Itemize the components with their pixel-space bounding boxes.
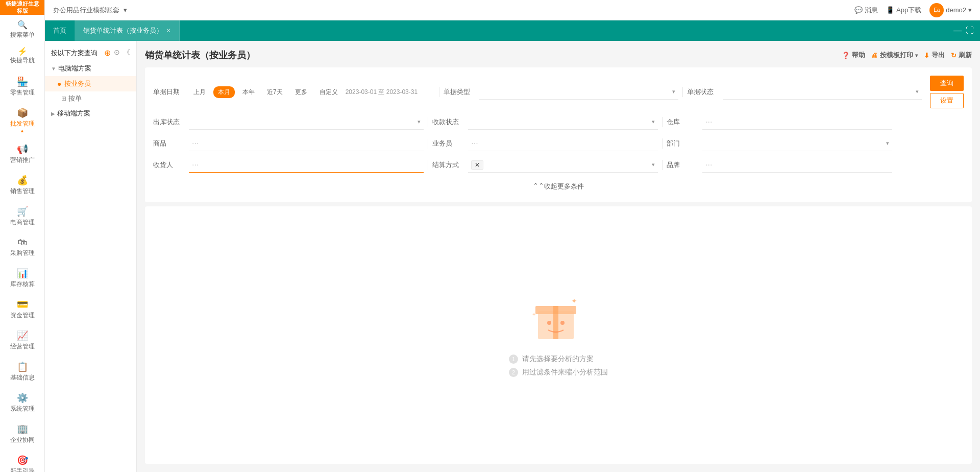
help-button[interactable]: ❓ 帮助 — [842, 51, 865, 60]
query-button[interactable]: 查询 — [930, 76, 964, 91]
date-btn-this-month[interactable]: 本月 — [213, 86, 235, 98]
sidebar-item-operations[interactable]: 📈 经营管理 — [0, 325, 44, 356]
sidebar-item-label: 营销推广 — [10, 156, 35, 164]
receiver-select[interactable]: ··· — [189, 157, 424, 173]
order-scheme-label: 按单 — [68, 94, 82, 103]
sidebar-item-marketing[interactable]: 📢 营销推广 — [0, 138, 44, 170]
sidebar-item-enterprise[interactable]: 🏢 企业协同 — [0, 418, 44, 450]
wholesale-icon: 📦 — [17, 107, 28, 119]
sidebar-item-label: 经营管理 — [10, 342, 35, 351]
system-icon: ⚙️ — [17, 392, 28, 404]
divider-5 — [428, 138, 428, 149]
sidebar-item-newbie[interactable]: 🎯 新手引导 — [0, 450, 44, 472]
refresh-button[interactable]: ↻ 刷新 — [951, 51, 972, 60]
marketing-icon: 📢 — [17, 144, 28, 155]
collapse-button[interactable]: ⌃⌃ 收起更多条件 — [153, 179, 964, 194]
quick-nav-label: 快捷导航 — [10, 56, 35, 65]
sidebar-item-inventory[interactable]: 📊 库存核算 — [0, 263, 44, 294]
settlement-tag-close[interactable]: ✕ — [475, 161, 480, 169]
tab-sales-report[interactable]: 销货单统计表（按业务员） ✕ — [75, 20, 180, 41]
order-scheme-icon: ⊞ — [61, 95, 66, 102]
salesperson-scheme-item[interactable]: ● 按业务员 — [45, 76, 136, 91]
empty-box-svg: ✦ ✦ — [528, 293, 589, 344]
order-scheme-item[interactable]: ⊞ 按单 — [45, 91, 136, 106]
date-btn-more[interactable]: 更多 — [290, 86, 312, 98]
doc-type-select[interactable]: ▾ — [479, 84, 678, 100]
doc-type-arrow: ▾ — [672, 88, 675, 95]
product-select[interactable]: ··· — [189, 136, 424, 151]
sidebar-item-basics[interactable]: 📋 基础信息 — [0, 356, 44, 387]
user-menu[interactable]: Ea demo2 ▾ — [929, 3, 972, 17]
sidebar-item-sales[interactable]: 💰 销售管理 — [0, 170, 44, 201]
tabbar-right: — ⛶ — [953, 26, 980, 35]
pc-group-title[interactable]: ▼ 电脑端方案 — [45, 61, 136, 76]
sidebar-item-system[interactable]: ⚙️ 系统管理 — [0, 387, 44, 418]
brand-select[interactable]: ··· — [702, 157, 892, 173]
empty-step-1: 1 请先选择要分析的方案 — [509, 355, 608, 364]
export-icon: ⬇ — [924, 52, 929, 59]
salesperson-select[interactable]: ··· — [468, 136, 658, 151]
settlement-tag: ✕ — [471, 160, 483, 170]
department-select[interactable]: ▾ — [702, 136, 892, 151]
receiver-dots: ··· — [192, 160, 199, 170]
date-btn-this-year[interactable]: 本年 — [238, 86, 259, 98]
operations-icon: 📈 — [17, 330, 28, 341]
page-actions: ❓ 帮助 🖨 按模板打印 ▾ ⬇ 导出 ↻ 刷新 — [842, 51, 972, 60]
collapse-panel-button[interactable]: 《 — [123, 48, 130, 58]
newbie-icon: 🎯 — [17, 455, 28, 466]
tab-minimize-button[interactable]: — — [953, 26, 962, 35]
sidebar-search[interactable]: 🔍 搜索菜单 — [10, 15, 35, 42]
divider-6 — [662, 138, 663, 149]
sidebar-item-finance[interactable]: 💳 资金管理 — [0, 294, 44, 325]
divider-2 — [682, 87, 683, 97]
topbar-dropdown[interactable]: ▾ — [124, 6, 127, 14]
username: demo2 — [946, 6, 966, 14]
salesperson-filter-item: 业务员 ··· — [432, 136, 658, 151]
warehouse-select[interactable]: ··· — [702, 114, 892, 130]
date-btn-last-month[interactable]: 上月 — [189, 86, 210, 98]
settlement-select[interactable]: ✕ ▾ — [468, 157, 658, 173]
receipt-status-select[interactable]: ▾ — [468, 114, 658, 130]
settlement-filter-item: 结算方式 ✕ ▾ — [432, 157, 658, 173]
edit-scheme-button[interactable]: ⊙ — [114, 48, 120, 58]
tab-maximize-button[interactable]: ⛶ — [966, 26, 974, 35]
purchase-icon: 🛍 — [18, 237, 27, 248]
sidebar-item-label: 新手引导 — [10, 467, 35, 472]
date-btn-custom[interactable]: 自定义 — [315, 86, 342, 98]
sidebar-item-ecommerce[interactable]: 🛒 电商管理 — [0, 201, 44, 232]
sidebar-item-wholesale[interactable]: 📦 批发管理 ▲ — [0, 102, 44, 138]
mobile-group: ▶ 移动端方案 — [45, 106, 136, 121]
out-status-arrow: ▾ — [418, 119, 421, 125]
add-scheme-button[interactable]: ⊕ — [104, 48, 111, 58]
sidebar-item-label: 销售管理 — [10, 187, 35, 196]
sidebar-item-label: 系统管理 — [10, 405, 35, 413]
collapse-up-icon: ⌃⌃ — [533, 182, 544, 191]
template-print-button[interactable]: 🖨 按模板打印 ▾ — [871, 51, 918, 60]
export-button[interactable]: ⬇ 导出 — [924, 51, 945, 60]
refresh-icon: ↻ — [951, 52, 957, 59]
date-btn-7days[interactable]: 近7天 — [262, 86, 287, 98]
settlement-label: 结算方式 — [432, 160, 468, 170]
setting-button[interactable]: 设置 — [930, 93, 964, 108]
quick-nav[interactable]: ⚡ 快捷导航 — [10, 42, 35, 67]
sidebar-item-retail[interactable]: 🏪 零售管理 — [0, 71, 44, 102]
out-status-select[interactable]: ▾ — [189, 114, 424, 130]
brand-label: 品牌 — [667, 160, 702, 170]
sidebar-item-label: 资金管理 — [10, 311, 35, 320]
mobile-group-title[interactable]: ▶ 移动端方案 — [45, 106, 136, 121]
app-download-button[interactable]: 📱 App下载 — [886, 6, 921, 15]
product-filter-item: 商品 ··· — [153, 136, 424, 151]
messages-button[interactable]: 💬 消息 — [854, 6, 878, 15]
retail-icon: 🏪 — [17, 76, 28, 87]
tab-close-button[interactable]: ✕ — [166, 27, 171, 34]
sidebar-item-purchase[interactable]: 🛍 采购管理 — [0, 232, 44, 263]
salesperson-dots: ··· — [471, 139, 478, 148]
doc-status-select[interactable]: ▾ — [723, 84, 922, 100]
step-2-num: 2 — [509, 368, 518, 377]
inventory-icon: 📊 — [17, 268, 28, 279]
help-icon: ❓ — [842, 52, 850, 59]
step-2-text: 用过滤条件来缩小分析范围 — [522, 368, 608, 377]
mobile-group-label: 移动端方案 — [57, 109, 90, 118]
tab-home[interactable]: 首页 — [45, 20, 75, 41]
doc-status-filter-item: 单据状态 ▾ — [687, 84, 922, 100]
